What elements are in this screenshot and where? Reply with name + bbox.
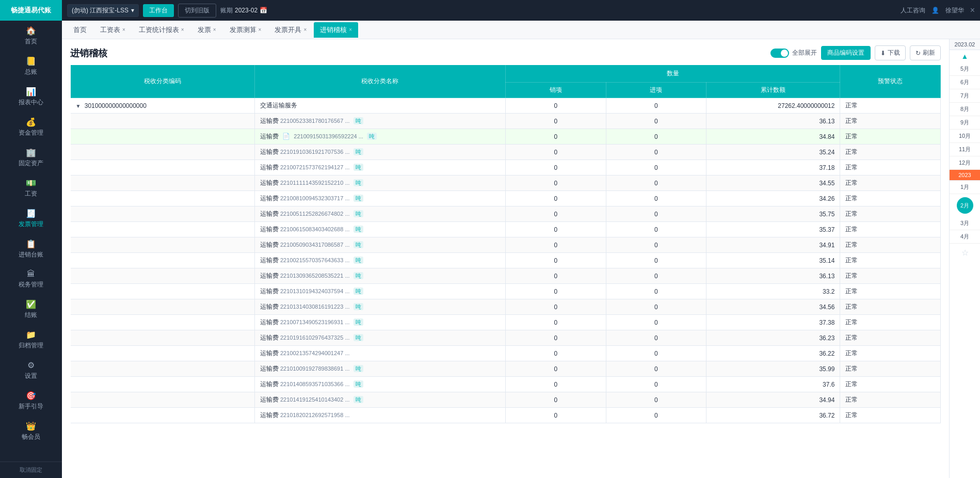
calendar-month-5[interactable]: 5月 (950, 62, 980, 76)
sidebar-item-label: 进销台账 (19, 250, 43, 259)
unit-badge: 吨 (354, 365, 363, 372)
tab-invoice-open-close[interactable]: × (303, 27, 307, 33)
download-label: 下载 (888, 49, 900, 57)
cell-status: 正常 (840, 160, 941, 176)
toggle-track[interactable] (770, 49, 789, 58)
cell-sales: 0 (505, 392, 606, 408)
tab-invoice-close[interactable]: × (213, 27, 216, 33)
col-header-code: 税收分类编码 (71, 65, 255, 98)
calendar-month-6[interactable]: 6月 (950, 76, 980, 89)
sidebar-item-tax[interactable]: 🏛 税务管理 (0, 264, 62, 294)
tab-payroll-stats-close[interactable]: × (181, 27, 184, 33)
row-item-name: 运输费 (260, 148, 279, 155)
sidebar-item-home[interactable]: 🏠 首页 (0, 21, 62, 51)
cell-name-and-invoice: 运输费 22100523381780176567 ... 吨 (254, 114, 505, 129)
tab-home[interactable]: 首页 (67, 22, 93, 38)
cell-code (71, 222, 255, 237)
sidebar-item-label: 税务管理 (19, 280, 43, 289)
unpin-button[interactable]: 取消固定 (0, 461, 62, 478)
row-item-name: 运输费 (260, 210, 279, 217)
cell-cumulative: 36.22 (706, 346, 840, 361)
sidebar-item-invoices[interactable]: 🧾 发票管理 (0, 203, 62, 234)
cell-purchase: 0 (606, 145, 706, 160)
sidebar-item-funds[interactable]: 💰 资金管理 (0, 112, 62, 142)
unit-badge: 吨 (367, 133, 377, 140)
cell-cumulative: 35.99 (706, 361, 840, 377)
tab-invoice[interactable]: 发票 × (191, 22, 222, 38)
tab-payroll-stats[interactable]: 工资统计报表 × (133, 22, 190, 38)
sidebar-item-member[interactable]: 👑 畅会员 (0, 416, 62, 447)
tab-invoice-open-label: 发票开具 (275, 25, 301, 35)
calendar-month-9[interactable]: 9月 (950, 116, 980, 130)
calendar-month-12[interactable]: 12月 (950, 156, 980, 170)
tab-invoice-open[interactable]: 发票开具 × (268, 22, 313, 38)
tab-invoice-calc-close[interactable]: × (259, 27, 262, 33)
sidebar-item-payroll[interactable]: 💵 工资 (0, 173, 62, 203)
company-selector[interactable]: (勿动) 江西报宝-LSS ▾ (67, 4, 139, 17)
cell-code (71, 114, 255, 129)
cell-purchase: 0 (606, 160, 706, 176)
calendar-month-7[interactable]: 7月 (950, 89, 980, 103)
payroll-icon: 💵 (26, 178, 36, 188)
cell-purchase: 0 (606, 346, 706, 361)
refresh-button[interactable]: ↻ 刷新 (910, 45, 941, 60)
sidebar-item-sales-desk[interactable]: 📋 进销台账 (0, 234, 62, 264)
calendar-month-10[interactable]: 10月 (950, 130, 980, 143)
workbench-button[interactable]: 工作台 (143, 4, 174, 17)
sidebar-item-label: 结账 (25, 311, 37, 320)
tab-purchase-sales[interactable]: 进销稽核 × (314, 22, 358, 38)
cell-purchase: 0 (606, 299, 706, 315)
toggle-expand[interactable]: 全部展开 (770, 49, 817, 58)
product-code-button[interactable]: 商品编码设置 (821, 46, 871, 60)
cell-name-and-invoice: 运输费 22100511252826674802 ... 吨 (254, 206, 505, 222)
sidebar-item-archive[interactable]: 📁 归档管理 (0, 325, 62, 355)
cell-sales: 0 (505, 408, 606, 423)
calendar-month-2-active[interactable]: 2月 (957, 197, 973, 214)
favorite-icon[interactable]: ☆ (957, 244, 973, 262)
sidebar-item-guide[interactable]: 🎯 新手引导 (0, 386, 62, 416)
calendar-month-11[interactable]: 11月 (950, 143, 980, 156)
tab-purchase-sales-close[interactable]: × (349, 27, 352, 33)
cell-status: 正常 (840, 377, 941, 392)
download-button[interactable]: ⬇ 下载 (875, 45, 906, 60)
row-item-name: 运输费 (260, 334, 279, 341)
cell-code (71, 330, 255, 346)
support-button[interactable]: 人工咨询 (901, 6, 925, 15)
close-icon[interactable]: × (970, 6, 975, 15)
cell-purchase: 0 (606, 129, 706, 145)
sidebar-item-label: 畅会员 (22, 433, 40, 441)
sidebar-item-assets[interactable]: 🏢 固定资产 (0, 142, 62, 173)
calendar-month-3[interactable]: 3月 (950, 217, 980, 230)
switch-version-button[interactable]: 切到旧版 (178, 4, 216, 18)
tab-payroll-table[interactable]: 工资表 × (94, 22, 132, 38)
sidebar-item-settlement[interactable]: ✅ 结账 (0, 294, 62, 325)
sidebar-item-label: 总账 (25, 68, 37, 76)
calendar-month-4[interactable]: 4月 (950, 230, 980, 244)
cell-code (71, 129, 255, 145)
cell-purchase: 0 (606, 284, 706, 299)
calendar-month-1[interactable]: 1月 (950, 181, 980, 194)
cell-status: 正常 (840, 237, 941, 253)
unit-badge: 吨 (354, 164, 363, 171)
sidebar-item-label: 工资 (25, 189, 37, 198)
calendar-month-8[interactable]: 8月 (950, 103, 980, 116)
user-avatar: 👤 (931, 7, 939, 14)
sidebar-item-reports[interactable]: 📊 报表中心 (0, 82, 62, 112)
tab-payroll-table-close[interactable]: × (122, 27, 125, 33)
expand-icon[interactable]: ▼ (76, 103, 81, 109)
unit-badge: 吨 (354, 241, 363, 248)
sidebar-item-ledger[interactable]: 📒 总账 (0, 51, 62, 82)
assets-icon: 🏢 (26, 148, 36, 157)
sidebar-item-label: 固定资产 (19, 159, 43, 168)
calendar-scroll-up[interactable]: ▲ (950, 50, 980, 62)
cell-sales: 0 (505, 222, 606, 237)
period-label: 账期 2023-02 📅 (220, 6, 267, 15)
tab-payroll-stats-label: 工资统计报表 (139, 25, 179, 35)
tab-invoice-calc[interactable]: 发票测算 × (223, 22, 268, 38)
row-item-name: 运输费 (260, 241, 279, 248)
invoice-no: 22100523381780176567 ... (280, 118, 350, 124)
sidebar-item-label: 设置 (25, 372, 37, 380)
sidebar-item-settings[interactable]: ⚙ 设置 (0, 355, 62, 386)
cell-status: 正常 (840, 176, 941, 191)
unit-badge: 吨 (354, 380, 363, 388)
